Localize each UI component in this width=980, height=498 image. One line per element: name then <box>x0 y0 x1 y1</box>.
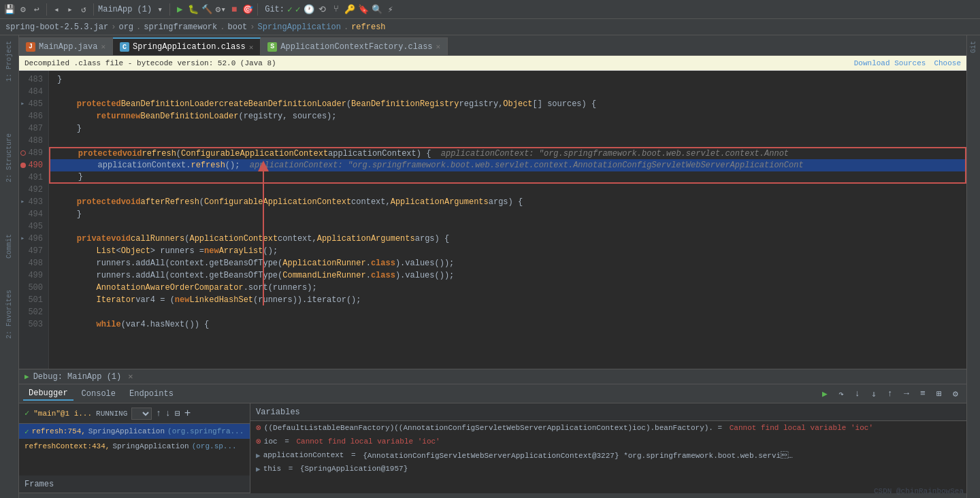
step-over-icon[interactable]: ↷ <box>834 387 848 401</box>
tab-mainapp[interactable]: J MainApp.java ✕ <box>19 37 113 55</box>
frames-icon[interactable]: ⊞ <box>932 387 946 401</box>
expand-icon-2[interactable]: ▶ <box>256 451 261 460</box>
save-icon[interactable]: 💾 <box>4 4 15 15</box>
ln-502: 502 <box>19 306 48 318</box>
download-sources-link[interactable]: Download Sources <box>854 59 926 67</box>
debug-run-icon[interactable]: 🐛 <box>188 4 199 15</box>
revert-icon[interactable]: ↺ <box>78 4 89 15</box>
evaluate-icon[interactable]: ≡ <box>916 387 930 401</box>
git-check2[interactable]: ✓ <box>295 4 301 15</box>
add-frame-icon[interactable]: + <box>184 408 191 420</box>
resume-icon[interactable]: ▶ <box>818 387 832 401</box>
banner-actions: Download Sources Choose <box>854 59 961 67</box>
run-to-cursor-icon[interactable]: → <box>900 387 913 401</box>
variables-panel: Variables ⊗ ((DefaultListableBeanFactory… <box>250 403 966 493</box>
ln-490: 490 <box>19 159 48 171</box>
down-icon[interactable]: ↓ <box>165 408 171 418</box>
var-name-2: applicationContext <box>263 451 344 459</box>
thread-filter-dropdown[interactable] <box>131 408 152 420</box>
run-button[interactable]: ▶ <box>174 4 185 15</box>
settings-icon2[interactable]: ⚙ <box>949 387 962 401</box>
debug-tab-debugger[interactable]: Debugger <box>23 387 74 401</box>
code-line-501: Iterator var4 = (new LinkedHashSet(runne… <box>49 294 966 306</box>
expand-icon-3[interactable]: ▶ <box>256 465 261 474</box>
bookmark-icon[interactable]: 🔖 <box>358 4 369 15</box>
bottom-panel: ▶ Debug: MainApp (1) ✕ Debugger Console … <box>19 369 966 498</box>
ln-501: 501 <box>19 294 48 306</box>
force-step-into-icon[interactable]: ⇓ <box>867 387 881 401</box>
undo-icon[interactable]: ↩ <box>31 4 42 15</box>
search-icon[interactable]: 🔍 <box>372 4 382 15</box>
banner-text-area: Decompiled .class file - bytecode versio… <box>24 59 276 67</box>
var-eq-3: = <box>284 465 297 473</box>
thread-status: RUNNING <box>96 410 127 418</box>
frame-loc-0: (org.springfra... <box>167 427 244 435</box>
git-history-icon[interactable]: ⟲ <box>317 4 328 15</box>
stop-button[interactable]: ■ <box>229 4 240 15</box>
breadcrumb-class[interactable]: SpringApplication <box>258 22 341 32</box>
breadcrumb-method[interactable]: refresh <box>351 22 385 32</box>
sidebar-favorites[interactable]: 2: Favorites <box>5 287 13 342</box>
debug-tab-console[interactable]: Console <box>76 388 121 400</box>
var-cannot-0: Cannot find local variable 'ioc' <box>725 424 873 432</box>
git-branch-icon[interactable]: ⑂ <box>331 4 342 15</box>
var-item-0: ⊗ ((DefaultListableBeanFactory)((Annotat… <box>250 421 966 435</box>
sidebar-project[interactable]: 1: Project <box>5 38 13 84</box>
sidebar-structure[interactable]: 2: Structure <box>5 131 13 185</box>
spring-file-icon: S <box>267 42 277 52</box>
breadcrumb-org[interactable]: org <box>118 22 133 32</box>
code-line-497: List<Object> runners = new ArrayList(); <box>49 245 966 257</box>
frame-item-0[interactable]: ✓ refresh:754, SpringApplication (org.sp… <box>19 424 250 439</box>
dropdown-icon[interactable]: ▾ <box>154 4 165 15</box>
tab-springapplication[interactable]: C SpringApplication.class ✕ <box>113 37 261 55</box>
breadcrumb-springframework[interactable]: springframework <box>144 22 217 32</box>
filter-icon[interactable]: ⊟ <box>175 408 180 419</box>
tab-label-mainapp: MainApp.java <box>39 42 97 52</box>
frame-item-1[interactable]: refreshContext:434, SpringApplication (o… <box>19 439 250 454</box>
tab-close-spring[interactable]: ✕ <box>249 43 254 52</box>
editor-area: J MainApp.java ✕ C SpringApplication.cla… <box>19 35 966 498</box>
git-clock-icon[interactable]: 🕐 <box>304 4 314 15</box>
back-icon[interactable]: ◂ <box>51 4 62 15</box>
right-sidebar: Git <box>966 35 980 498</box>
more-run-icon[interactable]: ⚙▾ <box>215 4 226 15</box>
var-text-0: ((DefaultListableBeanFactory)((Annotatio… <box>264 424 722 432</box>
frame-class-0: SpringApplication <box>88 427 165 435</box>
git-settings-icon[interactable]: 🔑 <box>344 4 355 15</box>
thread-check-icon: ✓ <box>24 408 29 418</box>
tab-close-appctx[interactable]: ✕ <box>436 42 441 51</box>
tab-close-mainapp[interactable]: ✕ <box>101 42 105 51</box>
ln-493: ▸493 <box>19 196 48 208</box>
code-line-488 <box>49 135 966 147</box>
tab-appcontextfactory[interactable]: S ApplicationContextFactory.class ✕ <box>261 37 448 55</box>
code-line-489: protected void refresh(ConfigurableAppli… <box>49 147 966 159</box>
sep4 <box>257 3 258 16</box>
breadcrumb-jar[interactable]: spring-boot-2.5.3.jar <box>5 22 108 32</box>
code-line-493: protected void afterRefresh(Configurable… <box>49 196 966 208</box>
code-line-503: while(var4.hasNext()) { <box>49 318 966 331</box>
forward-icon[interactable]: ▸ <box>65 4 76 15</box>
debug-tab-endpoints[interactable]: Endpoints <box>124 388 179 400</box>
ln-503: 503 <box>19 318 48 331</box>
ln-486: 486 <box>19 110 48 122</box>
step-out-icon[interactable]: ↑ <box>883 387 897 401</box>
code-content[interactable]: } protected BeanDefinitionLoader createB… <box>49 71 966 369</box>
settings-icon[interactable]: ⚙ <box>18 4 29 15</box>
translate-icon[interactable]: ⚡ <box>385 4 396 15</box>
breadcrumb-boot[interactable]: boot <box>227 22 247 32</box>
git-label-right[interactable]: Git <box>970 41 977 53</box>
code-line-499: runners.addAll(context.getBeansOfType(Co… <box>49 269 966 282</box>
sidebar-commit[interactable]: Commit <box>5 231 13 261</box>
coverage-icon[interactable]: 🎯 <box>242 4 253 15</box>
build-icon[interactable]: 🔨 <box>201 4 212 15</box>
debug-close-button[interactable]: ✕ <box>128 371 133 382</box>
thread-name: "main"@1 i... <box>33 410 92 418</box>
ln-497: 497 <box>19 245 48 257</box>
var-item-3: ▶ this = {SpringApplication@1957} <box>250 462 966 476</box>
code-line-495 <box>49 220 966 233</box>
choose-link[interactable]: Choose <box>934 59 961 67</box>
step-into-icon[interactable]: ↓ <box>851 387 864 401</box>
thread-controls: ✓ "main"@1 i... RUNNING ↑ ↓ ⊟ + <box>19 403 250 424</box>
git-check1[interactable]: ✓ <box>287 4 293 15</box>
up-icon[interactable]: ↑ <box>156 408 161 418</box>
